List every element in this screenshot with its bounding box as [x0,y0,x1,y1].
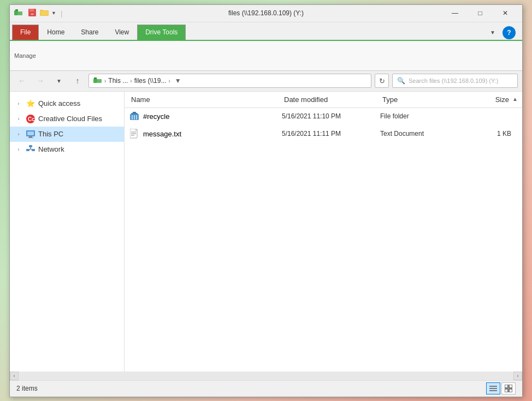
this-pc-label: This PC [38,130,120,138]
network-label: Network [38,145,120,153]
main-area: › ⭐ Quick access › Cc Creative Cloud Fil… [10,92,522,372]
search-placeholder: Search files (\\192.168.0.109) (Y:) [409,77,498,84]
file-list-header: ▲ Name Date modified Type Size [125,92,522,108]
ribbon-manage-label: Manage [14,52,36,59]
address-bar[interactable]: › This ... › files (\\19... › ▼ [88,74,371,88]
file-date-recycle: 5/16/2021 11:10 PM [282,112,380,120]
svg-rect-41 [505,389,508,392]
address-area: ← → ▼ ↑ › This ... › files (\\19... › ▼ … [10,71,522,92]
quick-dropdown-icon[interactable]: ▼ [51,10,56,16]
maximize-button[interactable]: □ [468,4,493,22]
ribbon-content: Manage [10,40,522,70]
ribbon: File Home Share View Drive Tools ▼ ? Man… [10,22,522,71]
svg-rect-6 [31,13,34,15]
recycle-bin-icon [129,111,140,122]
quick-access-expand-icon: › [14,99,23,108]
svg-rect-27 [133,112,136,113]
col-header-name[interactable]: Name [129,95,282,104]
svg-rect-17 [29,136,32,137]
address-expand-button[interactable]: ▼ [175,77,181,85]
this-pc-expand-icon: › [14,130,23,139]
explorer-window: ▼ | files (\\192.168.0.109) (Y:) — □ ✕ F… [9,4,523,397]
quick-folder-icon[interactable] [40,8,49,19]
refresh-button[interactable]: ↻ [375,74,389,88]
close-button[interactable]: ✕ [493,4,518,22]
minimize-button[interactable]: — [442,4,468,22]
view-details-button[interactable] [486,382,500,394]
back-button[interactable]: ← [14,74,29,88]
status-bar: 2 items [10,380,522,397]
sidebar-item-creative-cloud[interactable]: › Cc Creative Cloud Files [10,111,124,127]
tab-home[interactable]: Home [39,25,73,40]
svg-rect-9 [40,11,48,15]
svg-rect-0 [14,10,18,15]
text-file-icon [129,128,140,139]
scroll-left-button[interactable]: ‹ [10,372,19,380]
svg-rect-19 [29,145,32,147]
col-header-size[interactable]: Size [468,95,511,104]
table-row[interactable]: #recycle 5/16/2021 11:10 PM File folder [125,108,522,125]
file-list: ▲ Name Date modified Type Size [125,92,522,372]
address-segment-2[interactable]: files (\\19... [134,77,167,85]
ribbon-chevron[interactable]: ▼ [485,26,500,40]
svg-rect-11 [94,77,97,79]
creative-cloud-label: Creative Cloud Files [38,115,120,123]
address-chevron-3: › [168,78,170,84]
forward-button[interactable]: → [33,74,48,88]
app-icon [14,8,23,19]
help-button[interactable]: ? [503,26,516,39]
creative-cloud-expand-icon: › [14,115,23,123]
status-item-count: 2 items [16,385,486,392]
svg-rect-12 [97,79,102,83]
svg-rect-39 [505,385,508,388]
quick-access-label: Quick access [38,99,120,107]
creative-cloud-icon: Cc [25,113,36,124]
window-title: files (\\192.168.0.109) (Y:) [228,9,304,17]
ribbon-tabs: File Home Share View Drive Tools ▼ ? [10,22,522,40]
svg-text:Cc: Cc [28,116,35,122]
tab-drive-tools[interactable]: Drive Tools [137,25,186,40]
recent-locations-button[interactable]: ▼ [51,74,67,88]
svg-rect-1 [15,9,18,11]
file-type-recycle: File folder [380,112,468,120]
col-header-date[interactable]: Date modified [282,95,380,104]
scroll-track[interactable] [19,372,513,380]
title-bar: ▼ | files (\\192.168.0.109) (Y:) — □ ✕ [10,5,522,22]
svg-rect-42 [509,389,512,392]
tab-share[interactable]: Share [73,25,107,40]
svg-rect-4 [29,9,34,11]
sidebar-item-network[interactable]: › Network [10,142,124,157]
view-large-icons-button[interactable] [501,382,516,394]
file-name-recycle: #recycle [143,112,169,121]
svg-rect-10 [93,79,97,83]
sidebar: › ⭐ Quick access › Cc Creative Cloud Fil… [10,92,125,372]
address-drive-icon [93,76,102,86]
tab-view[interactable]: View [107,25,137,40]
quick-save-icon[interactable] [28,8,37,19]
up-button[interactable]: ↑ [70,74,85,88]
window-controls: — □ ✕ [442,4,518,22]
svg-rect-16 [27,131,34,135]
tab-file[interactable]: File [12,25,39,40]
horizontal-scrollbar: ‹ › [10,372,522,380]
svg-rect-2 [18,11,22,15]
file-name-cell-recycle: #recycle [129,111,282,122]
file-size-message: 1 KB [468,130,511,137]
scroll-right-button[interactable]: › [513,372,522,380]
address-chevron-2: › [130,78,132,84]
title-icon-area: ▼ | [14,8,64,19]
search-bar[interactable]: 🔍 Search files (\\192.168.0.109) (Y:) [392,74,518,88]
table-row[interactable]: message.txt 5/16/2021 11:11 PM Text Docu… [125,125,522,143]
sidebar-item-quick-access[interactable]: › ⭐ Quick access [10,96,124,111]
network-icon [25,144,36,155]
col-header-type[interactable]: Type [380,95,468,104]
address-segment-1[interactable]: This ... [108,77,128,85]
file-type-message: Text Document [380,130,468,137]
file-name-message: message.txt [143,130,181,138]
sort-arrow: ▲ [512,96,518,102]
network-expand-icon: › [14,145,23,154]
address-chevron-1: › [104,78,106,84]
separator: | [61,9,62,17]
sidebar-item-this-pc[interactable]: › This PC [10,127,124,142]
file-date-message: 5/16/2021 11:11 PM [282,130,380,137]
